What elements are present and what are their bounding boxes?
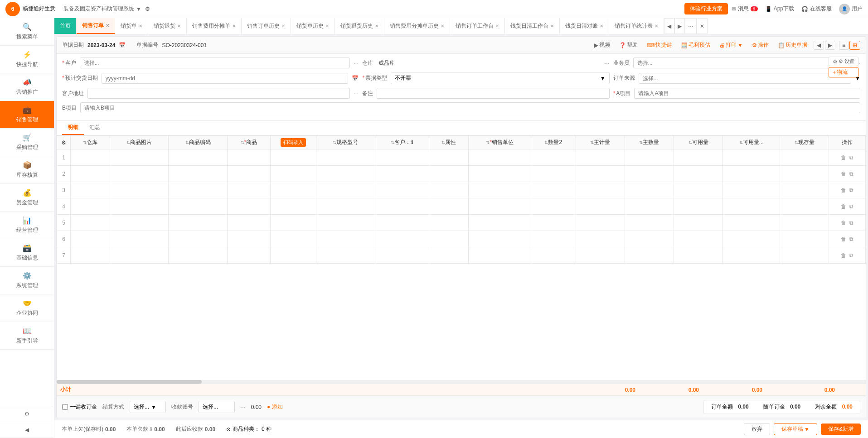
row-main-qty[interactable] bbox=[625, 149, 674, 166]
row-available[interactable] bbox=[674, 231, 723, 247]
sidebar-settings-btn[interactable]: ⚙ bbox=[0, 406, 54, 422]
tab-cash-workbench[interactable]: 钱货日清工作台 ✕ bbox=[505, 18, 560, 34]
tab-close-sales-return[interactable]: ✕ bbox=[139, 24, 142, 29]
row-sales-unit[interactable] bbox=[469, 247, 531, 264]
row-product-code[interactable] bbox=[169, 182, 228, 198]
row-product-img[interactable] bbox=[110, 166, 169, 182]
row-available2[interactable] bbox=[723, 182, 780, 198]
row-product[interactable] bbox=[227, 166, 270, 182]
row-qty2[interactable] bbox=[531, 215, 576, 231]
row-stock[interactable] bbox=[780, 182, 829, 198]
row-available2[interactable] bbox=[723, 247, 780, 264]
sidebar-item-guide[interactable]: 📖 新手引导 bbox=[0, 322, 54, 350]
customer-address-dots[interactable]: ··· bbox=[354, 90, 359, 97]
sidebar-item-enterprise[interactable]: 🤝 企业协同 bbox=[0, 294, 54, 322]
row-attributes[interactable] bbox=[429, 182, 469, 198]
detail-tab-summary[interactable]: 汇总 bbox=[84, 121, 106, 135]
row-customer-code[interactable] bbox=[375, 198, 429, 215]
actions-btn[interactable]: ⚙ 操作 bbox=[749, 40, 771, 50]
history-orders-btn[interactable]: 📋 历史单据 bbox=[775, 40, 810, 50]
row-available[interactable] bbox=[674, 182, 723, 198]
row-attributes[interactable] bbox=[429, 231, 469, 247]
tab-close-sales-stats[interactable]: ✕ bbox=[655, 24, 658, 29]
sort-product-code[interactable]: ⇅ bbox=[185, 140, 189, 145]
prev-lower-info-icon[interactable]: ℹ bbox=[150, 426, 152, 433]
row-available[interactable] bbox=[674, 166, 723, 182]
ticket-type-select[interactable]: 不开票 ▼ bbox=[391, 72, 610, 84]
shortcut-btn[interactable]: ⌨ 快捷键 bbox=[644, 40, 674, 50]
help-btn[interactable]: ❓ 帮助 bbox=[616, 40, 640, 50]
row-product[interactable] bbox=[227, 182, 270, 198]
tab-sales-order-history[interactable]: 销售订单历史 ✕ bbox=[242, 18, 291, 34]
date-picker-icon[interactable]: 📅 bbox=[352, 75, 359, 82]
detail-tab-detail[interactable]: 明细 bbox=[62, 121, 84, 135]
row-sales-unit[interactable] bbox=[469, 166, 531, 182]
row-stock[interactable] bbox=[780, 198, 829, 215]
tab-close-sales-order-history[interactable]: ✕ bbox=[281, 24, 285, 29]
sort-attributes[interactable]: ⇅ bbox=[441, 140, 445, 145]
tab-home[interactable]: 首页 bbox=[54, 18, 77, 34]
row-sales-unit[interactable] bbox=[469, 149, 531, 166]
row-sales-unit[interactable] bbox=[469, 231, 531, 247]
save-draft-btn[interactable]: 保存草稿 ▼ bbox=[774, 423, 817, 435]
save-new-btn[interactable]: 保存&新增 bbox=[821, 424, 861, 435]
row-main-unit[interactable] bbox=[576, 166, 625, 182]
row-sales-unit[interactable] bbox=[469, 215, 531, 231]
sort-main-unit[interactable]: ⇅ bbox=[590, 140, 594, 145]
row-qty2[interactable] bbox=[531, 231, 576, 247]
sort-product[interactable]: ⇅ bbox=[241, 140, 244, 145]
sidebar-item-sales[interactable]: 💼 销售管理 bbox=[0, 101, 54, 129]
customer-input[interactable] bbox=[80, 58, 350, 68]
tab-close-cash-workbench[interactable]: ✕ bbox=[550, 24, 554, 29]
row-product[interactable] bbox=[227, 231, 270, 247]
row-sales-unit[interactable] bbox=[469, 198, 531, 215]
user-btn[interactable]: 👤 用户 bbox=[839, 4, 863, 14]
sidebar-item-finance[interactable]: 💰 资金管理 bbox=[0, 184, 54, 212]
row-qty2[interactable] bbox=[531, 166, 576, 182]
row-sales-unit[interactable] bbox=[469, 182, 531, 198]
view-btn[interactable]: ▶ 视频 bbox=[592, 40, 613, 50]
quick-settle-checkbox-label[interactable]: 一键收订金 bbox=[62, 403, 97, 411]
row-product-img[interactable] bbox=[110, 247, 169, 264]
discard-btn[interactable]: 放弃 bbox=[744, 423, 770, 435]
row-spec[interactable] bbox=[316, 198, 375, 215]
quick-settle-checkbox[interactable] bbox=[62, 404, 68, 410]
sort-customer-code[interactable]: ⇅ bbox=[391, 140, 394, 145]
customer-dots[interactable]: ··· bbox=[354, 59, 359, 67]
row-main-qty[interactable] bbox=[625, 166, 674, 182]
settle-method-select[interactable]: 选择... ▼ bbox=[130, 401, 166, 413]
delivery-date-input[interactable] bbox=[102, 73, 349, 84]
row-product[interactable] bbox=[227, 247, 270, 264]
tab-sales-order-workbench[interactable]: 销售订单工作台 ✕ bbox=[450, 18, 505, 34]
sort-spec[interactable]: ⇅ bbox=[333, 140, 336, 145]
row-main-unit[interactable] bbox=[576, 198, 625, 215]
tab-close-sales-order[interactable]: ✕ bbox=[106, 23, 109, 28]
row-spec[interactable] bbox=[316, 247, 375, 264]
row-warehouse[interactable] bbox=[71, 149, 110, 166]
row-product-code[interactable] bbox=[169, 247, 228, 264]
sort-stock[interactable]: ⇅ bbox=[795, 140, 798, 145]
tab-close-sales-refund-history[interactable]: ✕ bbox=[375, 24, 378, 29]
tab-sales-fee-history[interactable]: 销售费用分摊单历史 ✕ bbox=[384, 18, 450, 34]
next-record-btn[interactable]: ▶ bbox=[825, 41, 835, 50]
row-available[interactable] bbox=[674, 149, 723, 166]
row-stock[interactable] bbox=[780, 231, 829, 247]
tab-next-btn[interactable]: ▶ bbox=[674, 18, 685, 34]
row-spec[interactable] bbox=[316, 231, 375, 247]
tab-close-sales-fee-history[interactable]: ✕ bbox=[441, 24, 444, 29]
row-warehouse[interactable] bbox=[71, 182, 110, 198]
row-delete-btn[interactable]: 🗑 bbox=[841, 187, 846, 193]
row-main-qty[interactable] bbox=[625, 215, 674, 231]
row-product-code[interactable] bbox=[169, 231, 228, 247]
sidebar-item-marketing[interactable]: 📣 营销推广 bbox=[0, 73, 54, 101]
row-warehouse[interactable] bbox=[71, 247, 110, 264]
row-attributes[interactable] bbox=[429, 198, 469, 215]
tab-close-sales-return-history[interactable]: ✕ bbox=[325, 24, 329, 29]
settings-form-btn[interactable]: ⚙ ⚙ 设置 bbox=[829, 57, 858, 66]
row-spec[interactable] bbox=[316, 215, 375, 231]
row-product[interactable] bbox=[227, 198, 270, 215]
sort-qty2[interactable]: ⇅ bbox=[544, 140, 548, 145]
tab-sales-return-history[interactable]: 销货单历史 ✕ bbox=[291, 18, 335, 34]
row-product-img[interactable] bbox=[110, 231, 169, 247]
col-settings[interactable]: ⚙ bbox=[57, 136, 71, 149]
